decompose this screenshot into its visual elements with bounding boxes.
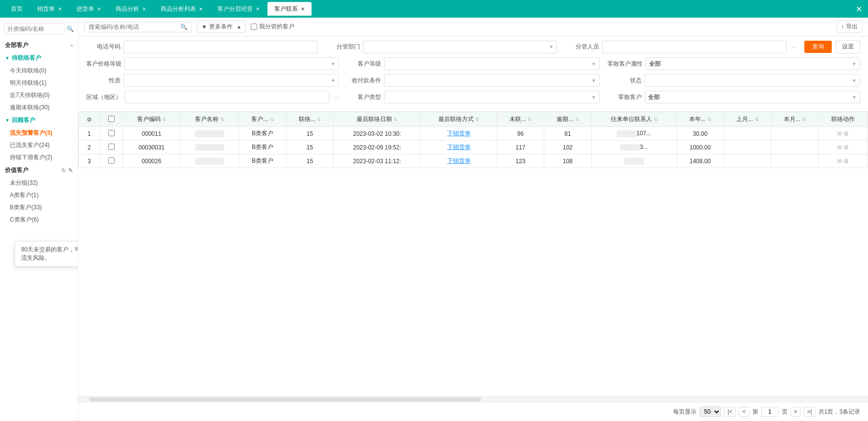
scrollbar-thumb[interactable] <box>89 397 481 401</box>
tab-product-analysis[interactable]: 商品分析 ✕ <box>109 2 153 16</box>
person-dots[interactable]: ··· <box>792 44 796 50</box>
sidebar-item-overdue[interactable]: 逾期未联络(30) <box>0 101 78 114</box>
field-region: 区域（地区） ··· <box>86 91 339 103</box>
sidebar-search-icon[interactable]: 🔍 <box>67 25 74 32</box>
tab-sales[interactable]: 销货单 ✕ <box>30 2 69 16</box>
tab-purchase[interactable]: 进货单 ✕ <box>70 2 108 16</box>
sidebar-item-declining[interactable]: 持续下滑客户(2) <box>0 151 78 164</box>
row1-method[interactable]: 下销货单 <box>421 127 497 141</box>
sidebar-all-customers[interactable]: 全部客户 « <box>0 39 78 51</box>
main-search-input[interactable] <box>89 24 180 30</box>
col-settings[interactable]: ⚙ <box>79 112 100 127</box>
tab-product-analysis-close[interactable]: ✕ <box>142 6 146 12</box>
col-contact-person[interactable]: 往来单位联系人 <box>591 112 676 127</box>
tab-customer-contact-close[interactable]: ✕ <box>301 6 305 12</box>
gender-select[interactable]: ▼ <box>123 74 339 87</box>
prev-page-btn[interactable]: < <box>739 407 749 417</box>
col-name[interactable]: 客户名称 <box>180 112 239 127</box>
sidebar-group-review[interactable]: ▼ 回顾客户 <box>0 114 78 127</box>
sidebar-item-churned[interactable]: 已流失客户(24) <box>0 139 78 151</box>
payment-label: 收付款条件 <box>347 76 381 85</box>
col-contact-num[interactable]: 联络... <box>286 112 334 127</box>
sidebar: 🔍 全部客户 « ▼ 待联络客户 今天待联络(0) 明天待联络(1) 近7天待联… <box>0 18 78 421</box>
row1-unlinked: 96 <box>497 127 544 141</box>
tab-customer-tier[interactable]: 客户分层经营 ✕ <box>211 2 266 16</box>
page-input[interactable] <box>761 407 779 417</box>
row1-actions[interactable]: ✉ ⚙ <box>819 127 868 141</box>
customer-type-select[interactable]: ▼ <box>384 91 600 103</box>
col-type[interactable]: 客户... <box>239 112 287 127</box>
my-customers-checkbox-area[interactable]: 我分管的客户 <box>251 23 294 31</box>
row3-contact-person <box>591 154 676 168</box>
col-this-year[interactable]: 本年... <box>676 112 724 127</box>
review-arrow: ▼ <box>5 118 10 123</box>
status-select[interactable]: ▼ <box>645 74 860 87</box>
col-last-month[interactable]: 上月... <box>724 112 772 127</box>
zero-customer-label: 零散客户 <box>607 93 642 101</box>
payment-select[interactable]: ▼ <box>384 74 600 87</box>
col-overdue[interactable]: 逾期... <box>544 112 592 127</box>
price-level-select[interactable]: ▼ <box>124 57 339 70</box>
refresh-icon[interactable]: ↻ <box>61 167 66 174</box>
sidebar-search-area: 🔍 <box>0 22 78 36</box>
row3-checkbox[interactable] <box>100 154 122 168</box>
person-input[interactable] <box>602 41 787 53</box>
sidebar-item-today[interactable]: 今天待联络(0) <box>0 65 78 77</box>
sidebar-item-class-a[interactable]: A类客户(1) <box>0 189 78 201</box>
col-last-date[interactable]: 最后联络日期 <box>334 112 421 127</box>
row3-method[interactable]: 下销货单 <box>421 154 497 168</box>
tab-sales-close[interactable]: ✕ <box>58 6 62 12</box>
edit-icon[interactable]: ✎ <box>68 167 73 174</box>
zero-attr-select[interactable]: 全部▼ <box>646 57 860 70</box>
row2-checkbox[interactable] <box>100 141 122 154</box>
sidebar-group-pending[interactable]: ▼ 待联络客户 <box>0 51 78 65</box>
col-this-month[interactable]: 本月... <box>771 112 819 127</box>
col-code[interactable]: 客户编码 <box>122 112 180 127</box>
page-unit: 页 <box>782 408 788 416</box>
row2-actions[interactable]: ✉ ⚙ <box>819 141 868 154</box>
customer-level-select[interactable]: ▼ <box>384 57 600 70</box>
tab-product-analysis-list[interactable]: 商品分析列表 ✕ <box>154 2 210 16</box>
query-button[interactable]: 查询 <box>804 41 832 53</box>
tab-product-analysis-list-close[interactable]: ✕ <box>199 6 203 12</box>
select-all-checkbox[interactable] <box>108 116 115 122</box>
sidebar-search-input[interactable] <box>4 24 65 34</box>
first-page-btn[interactable]: |< <box>724 407 736 417</box>
region-dots[interactable]: ··· <box>334 94 339 100</box>
my-customers-checkbox[interactable] <box>251 24 257 30</box>
dept-select[interactable]: ▼ <box>363 41 557 53</box>
col-last-method[interactable]: 最后联络方式 <box>421 112 497 127</box>
phone-input[interactable] <box>123 41 318 53</box>
horizontal-scrollbar[interactable] <box>78 396 868 402</box>
sidebar-group-value[interactable]: 价值客户 ↻ ✎ <box>0 164 78 177</box>
search-icon[interactable]: 🔍 <box>180 24 188 30</box>
sidebar-item-ungrouped[interactable]: 未分组(32) <box>0 177 78 189</box>
region-input[interactable] <box>124 91 329 103</box>
row3-actions[interactable]: ✉ ⚙ <box>819 154 868 168</box>
next-page-btn[interactable]: > <box>791 407 801 417</box>
sidebar-item-class-b[interactable]: B类客户(33) <box>0 201 78 214</box>
sidebar-item-7days[interactable]: 近7天待联络(0) <box>0 89 78 101</box>
row2-method[interactable]: 下销货单 <box>421 141 497 154</box>
col-checkbox[interactable] <box>100 112 122 127</box>
filter-bar: 🔍 ▼ 更多条件 ▲ 我分管的客户 ↑ 导出 <box>78 18 868 36</box>
search-box[interactable]: 🔍 <box>84 22 192 32</box>
row1-checkbox[interactable] <box>100 127 122 141</box>
settings-button[interactable]: 设置 <box>836 40 860 53</box>
zero-customer-select[interactable]: 全部▼ <box>645 91 860 103</box>
tab-home[interactable]: 首页 <box>4 2 29 16</box>
sidebar-item-churn-warning[interactable]: 流失预警客户(3) <box>0 127 78 139</box>
sidebar-item-tomorrow[interactable]: 明天待联络(1) <box>0 77 78 89</box>
tab-bar: 首页 销货单 ✕ 进货单 ✕ 商品分析 ✕ 商品分析列表 ✕ 客户分层经营 ✕ … <box>0 0 868 18</box>
sidebar-item-class-c[interactable]: C类客户(6) <box>0 214 78 226</box>
per-page-select[interactable]: 50 <box>699 406 721 417</box>
col-unlinked[interactable]: 未联... <box>497 112 544 127</box>
export-button[interactable]: ↑ 导出 <box>837 21 862 33</box>
close-all-tabs[interactable]: ✕ <box>854 2 864 16</box>
tab-customer-tier-close[interactable]: ✕ <box>256 6 260 12</box>
tab-purchase-close[interactable]: ✕ <box>97 6 101 12</box>
last-page-btn[interactable]: >| <box>804 407 816 417</box>
tab-customer-contact[interactable]: 客户联系 ✕ <box>267 2 312 16</box>
more-conditions-btn[interactable]: ▼ 更多条件 ▲ <box>197 21 246 33</box>
field-person: 分管人员 ··· <box>565 41 796 53</box>
